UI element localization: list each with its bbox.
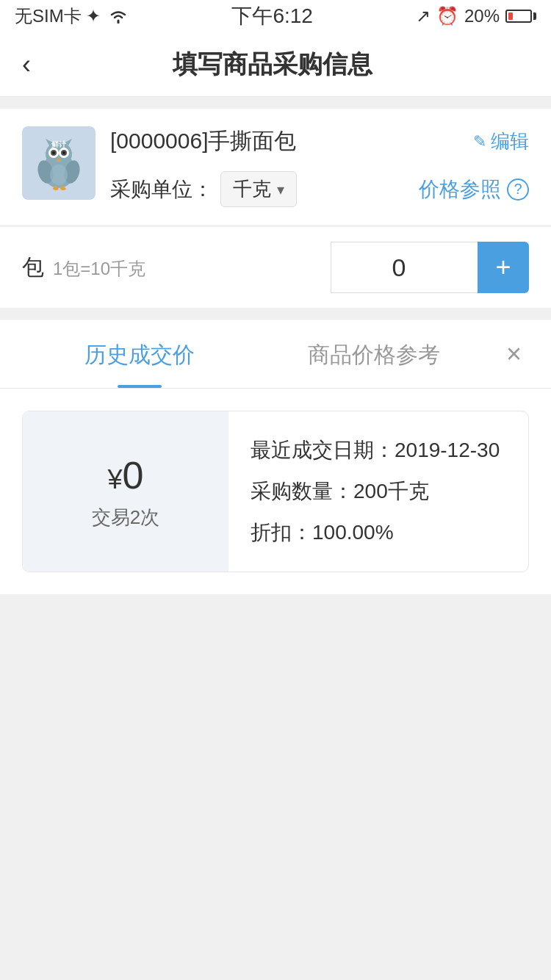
product-title-row: [0000006]手撕面包 ✎ 编辑 bbox=[110, 126, 529, 156]
qty-label: 采购数量： bbox=[251, 480, 353, 502]
price-ref-help-icon: ? bbox=[507, 179, 529, 201]
product-header: 鲜计 [0000006]手撕面包 ✎ 编辑 采购单位： 千克 ▾ bbox=[22, 126, 529, 207]
svg-point-6 bbox=[52, 151, 55, 154]
tabs-section: 历史成交价 商品价格参考 × ¥0 交易2次 最近成交日期：2019-12-30… bbox=[0, 320, 551, 594]
tabs-header: 历史成交价 商品价格参考 × bbox=[0, 320, 551, 389]
quantity-plus-button[interactable]: + bbox=[478, 242, 529, 293]
svg-text:鲜计: 鲜计 bbox=[51, 140, 67, 148]
page-title: 填写商品采购信息 bbox=[46, 48, 500, 82]
status-bar-left: 无SIM卡 ✦ bbox=[15, 4, 129, 28]
back-button[interactable]: ‹ bbox=[22, 49, 31, 80]
unit-value: 千克 bbox=[233, 176, 271, 202]
quantity-input-group: + bbox=[331, 242, 529, 293]
product-unit-row: 采购单位： 千克 ▾ 价格参照 ? bbox=[110, 171, 529, 207]
edit-icon: ✎ bbox=[473, 132, 486, 151]
unit-arrow-icon: ▾ bbox=[277, 181, 284, 198]
history-details: 最近成交日期：2019-12-30 采购数量：200千克 折扣：100.00% bbox=[228, 411, 528, 572]
price-ref-button[interactable]: 价格参照 ? bbox=[419, 176, 529, 203]
status-bar: 无SIM卡 ✦ 下午6:12 ↗ ⏰ 20% bbox=[0, 0, 551, 32]
product-card: 鲜计 [0000006]手撕面包 ✎ 编辑 采购单位： 千克 ▾ bbox=[0, 109, 551, 225]
history-qty: 采购数量：200千克 bbox=[251, 476, 506, 507]
carrier-text: 无SIM卡 ✦ bbox=[15, 4, 101, 28]
tab-content-history: ¥0 交易2次 最近成交日期：2019-12-30 采购数量：200千克 折扣：… bbox=[0, 389, 551, 594]
quantity-row: 包 1包=10千克 + bbox=[0, 226, 551, 308]
unit-selector[interactable]: 千克 ▾ bbox=[220, 171, 297, 207]
wifi-icon bbox=[108, 9, 129, 24]
discount-value: 100.00% bbox=[312, 521, 394, 544]
history-price-panel: ¥0 交易2次 bbox=[23, 411, 228, 572]
price-symbol: ¥ bbox=[108, 464, 123, 494]
svg-point-19 bbox=[50, 165, 68, 185]
price-ref-label: 价格参照 bbox=[419, 176, 501, 203]
battery-icon bbox=[505, 10, 536, 23]
product-name: [0000006]手撕面包 bbox=[110, 126, 296, 156]
bottom-area bbox=[0, 594, 551, 980]
price-value: 0 bbox=[123, 454, 144, 497]
nav-bar: ‹ 填写商品采购信息 bbox=[0, 32, 551, 97]
product-info: [0000006]手撕面包 ✎ 编辑 采购单位： 千克 ▾ 价格参照 bbox=[110, 126, 529, 207]
edit-label: 编辑 bbox=[491, 129, 529, 154]
history-price: ¥0 bbox=[108, 453, 144, 497]
quantity-unit: 包 bbox=[22, 253, 44, 283]
status-bar-time: 下午6:12 bbox=[231, 2, 313, 30]
unit-label: 采购单位： 千克 ▾ bbox=[110, 171, 297, 207]
qty-value: 200千克 bbox=[353, 480, 429, 502]
product-owl-icon: 鲜计 bbox=[29, 134, 88, 192]
quantity-input[interactable] bbox=[331, 242, 478, 293]
alarm-icon: ⏰ bbox=[436, 6, 458, 26]
history-date: 最近成交日期：2019-12-30 bbox=[251, 435, 506, 466]
history-card: ¥0 交易2次 最近成交日期：2019-12-30 采购数量：200千克 折扣：… bbox=[22, 411, 529, 572]
date-value: 2019-12-30 bbox=[395, 439, 500, 461]
product-thumbnail: 鲜计 bbox=[22, 126, 96, 200]
battery-pct: 20% bbox=[464, 6, 500, 26]
unit-label-text: 采购单位： bbox=[110, 176, 213, 203]
tab-history-price[interactable]: 历史成交价 bbox=[22, 320, 256, 388]
svg-point-7 bbox=[62, 151, 65, 154]
location-icon: ↗ bbox=[416, 6, 431, 26]
tabs-close-button[interactable]: × bbox=[499, 331, 529, 377]
edit-button[interactable]: ✎ 编辑 bbox=[473, 129, 529, 154]
tab-price-ref[interactable]: 商品价格参考 bbox=[256, 320, 491, 388]
quantity-label: 包 1包=10千克 bbox=[22, 253, 145, 283]
discount-label: 折扣： bbox=[251, 521, 312, 544]
quantity-conversion: 1包=10千克 bbox=[53, 257, 145, 281]
status-bar-right: ↗ ⏰ 20% bbox=[416, 6, 536, 26]
history-discount: 折扣：100.00% bbox=[251, 517, 506, 548]
date-label: 最近成交日期： bbox=[251, 439, 395, 461]
history-count: 交易2次 bbox=[92, 505, 159, 530]
